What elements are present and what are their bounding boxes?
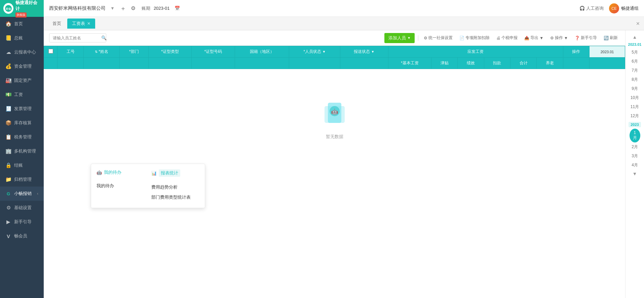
right-panel-up[interactable]: ▲: [631, 33, 639, 41]
refresh-button[interactable]: 🔄 刷新: [602, 34, 620, 42]
fund-icon: 💰: [5, 63, 11, 69]
sidebar-item-fixed-assets[interactable]: 🏭 固定资产: [0, 73, 44, 88]
settings-button[interactable]: ⚙: [131, 5, 136, 11]
sidebar-item-invoice[interactable]: 🧾 发票管理: [0, 102, 44, 116]
sidebar-label-member: 畅会员: [14, 233, 27, 239]
month-6[interactable]: 6月: [626, 57, 644, 66]
special-deduct-button[interactable]: 📄 专项附加扣除: [457, 34, 492, 42]
chart-icon: 📊: [151, 171, 157, 176]
guide-button[interactable]: ❓ 新手引导: [573, 34, 599, 42]
top-bar: 西安虾米网络科技有限公司 ▼ ＋ ⚙ 账期 2023-01 📅 🎧 人工咨询 C…: [44, 0, 644, 17]
popup-todo-label: 我的待办: [104, 169, 121, 175]
social-security-button[interactable]: ⚙ 统一社保设置: [422, 34, 455, 42]
month-8[interactable]: 8月: [626, 75, 644, 84]
sidebar-label-fund: 资金管理: [14, 63, 32, 69]
sidebar-item-inventory[interactable]: 📦 库存核算: [0, 116, 44, 130]
export-button[interactable]: 📤 导出 ▼: [522, 34, 545, 42]
sidebar-item-tax[interactable]: 📋 税务管理: [0, 130, 44, 144]
sidebar-label-invoice: 发票管理: [14, 106, 32, 112]
popup-col-report: 📊 报表统计 费用趋势分析 部门费用类型统计表: [151, 169, 199, 202]
month-4[interactable]: 4月: [626, 161, 644, 170]
cloud-icon: ☁: [5, 49, 11, 55]
th-status-filter-icon[interactable]: ▼: [323, 50, 326, 54]
tax-report-label: 个税申报: [501, 35, 518, 41]
refresh-label: 刷新: [610, 35, 618, 41]
tax-report-button[interactable]: 🖨 个税申报: [494, 34, 520, 42]
popup-report-label: 报表统计: [159, 169, 180, 177]
month-2[interactable]: 2月: [626, 142, 644, 152]
th-salary-group: 应发工资: [388, 46, 563, 58]
sidebar-item-multi-org[interactable]: 🏢 多机构管理: [0, 144, 44, 158]
empty-text: 暂无数据: [326, 134, 343, 140]
support-label: 人工咨询: [586, 5, 604, 11]
th2-year: [590, 58, 625, 69]
chevron-icon: ‹: [37, 191, 38, 196]
dropdown-popup: 🤖 我的待办 我的待办 📊 报表统计 费用趋势分析: [91, 164, 205, 208]
th-department: *部门: [119, 46, 148, 58]
company-dropdown-arrow[interactable]: ▼: [110, 6, 115, 11]
tab-close-all-button[interactable]: ✕: [636, 21, 640, 26]
operation-icon: ⚙: [550, 36, 554, 40]
period-label: 账期: [142, 5, 150, 11]
th2-employee-id: [58, 58, 84, 69]
sidebar-item-member[interactable]: V 畅会员: [0, 229, 44, 243]
year-label: 2023.01: [628, 42, 642, 46]
empty-icon: 🤖: [318, 96, 351, 130]
th2-department: [119, 58, 148, 69]
add-person-button[interactable]: 添加人员 ▼: [384, 33, 415, 43]
add-person-label: 添加人员: [388, 35, 406, 41]
export-dropdown-icon: ▼: [539, 36, 543, 40]
tab-salary-table[interactable]: 工资表 ✕: [67, 19, 95, 29]
search-input[interactable]: [53, 36, 100, 40]
month-9[interactable]: 9月: [626, 84, 644, 93]
popup-section-todo-title: 🤖 我的待办: [97, 169, 145, 177]
sidebar-item-basic[interactable]: ⚙ 基础设置: [0, 201, 44, 215]
sidebar-item-xiaochang[interactable]: G 小畅报销 ‹: [0, 187, 44, 201]
month-10[interactable]: 10月: [626, 93, 644, 102]
logo-icon: 好会: [3, 3, 13, 14]
content-body: 🔍 添加人员 ▼ ⚙ 统一社保设置 📄: [44, 30, 644, 298]
month-5[interactable]: 5月: [626, 48, 644, 57]
popup-item-cost-trend[interactable]: 费用趋势分析: [151, 182, 199, 192]
th-report-filter-icon[interactable]: ▼: [371, 50, 375, 54]
month-12[interactable]: 12月: [626, 111, 644, 121]
xiaochang-icon: G: [5, 191, 11, 197]
support-button[interactable]: 🎧 人工咨询: [579, 5, 604, 11]
month-11[interactable]: 11月: [626, 102, 644, 111]
select-all-checkbox[interactable]: [48, 49, 53, 54]
month-7[interactable]: 7月: [626, 66, 644, 75]
add-company-button[interactable]: ＋: [120, 4, 126, 12]
salary-table: 工号 ⇅ *姓名 *部门 *证型类型 *证型号码 国籍（地区） *人员状态: [44, 46, 625, 69]
tab-home-label: 首页: [52, 21, 61, 26]
sidebar-item-ledger[interactable]: 📒 总账: [0, 31, 44, 45]
sidebar-label-fixed-assets: 固定资产: [14, 77, 32, 84]
month-3[interactable]: 3月: [626, 152, 644, 161]
period-value: 2023-01: [154, 6, 170, 11]
search-icon[interactable]: 🔍: [101, 35, 107, 40]
tab-close-button[interactable]: ✕: [87, 21, 90, 26]
toolbar-right: 添加人员 ▼ ⚙ 统一社保设置 📄 专项附加扣除: [384, 33, 620, 43]
guide-icon: ▶: [5, 219, 11, 225]
popup-section-report-title: 📊 报表统计: [151, 169, 199, 179]
sidebar-label-xiaochang: 小畅报销: [14, 191, 32, 197]
archive-icon: 📁: [5, 176, 11, 183]
app-logo: 好会 畅捷通好会计 旗舰版: [0, 0, 44, 17]
sidebar-item-guide[interactable]: ▶ 新手引导: [0, 215, 44, 229]
sidebar-item-home[interactable]: 🏠 首页: [0, 17, 44, 31]
popup-item-dept-cost[interactable]: 部门费用类型统计表: [151, 192, 199, 202]
sidebar-item-archive[interactable]: 📁 归档管理: [0, 172, 44, 187]
month-1[interactable]: 1月: [630, 129, 640, 142]
tab-bar: 首页 工资表 ✕ ✕: [44, 17, 644, 30]
operation-button[interactable]: ⚙ 操作 ▼: [548, 34, 570, 42]
sidebar-item-salary[interactable]: 💵 工资: [0, 88, 44, 102]
user-info[interactable]: CE 畅捷通组: [609, 3, 639, 13]
sidebar-label-home: 首页: [14, 21, 23, 27]
popup-item-todo[interactable]: 我的待办: [97, 181, 145, 191]
sidebar-item-close[interactable]: 🔒 结账: [0, 158, 44, 172]
sidebar-item-cloud-report[interactable]: ☁ 云报表中心: [0, 45, 44, 59]
right-panel-down[interactable]: ▼: [631, 170, 639, 178]
sidebar-label-basic: 基础设置: [14, 205, 32, 211]
sidebar-item-fund[interactable]: 💰 资金管理: [0, 59, 44, 73]
tab-home[interactable]: 首页: [48, 19, 66, 29]
calendar-icon[interactable]: 📅: [175, 6, 180, 11]
